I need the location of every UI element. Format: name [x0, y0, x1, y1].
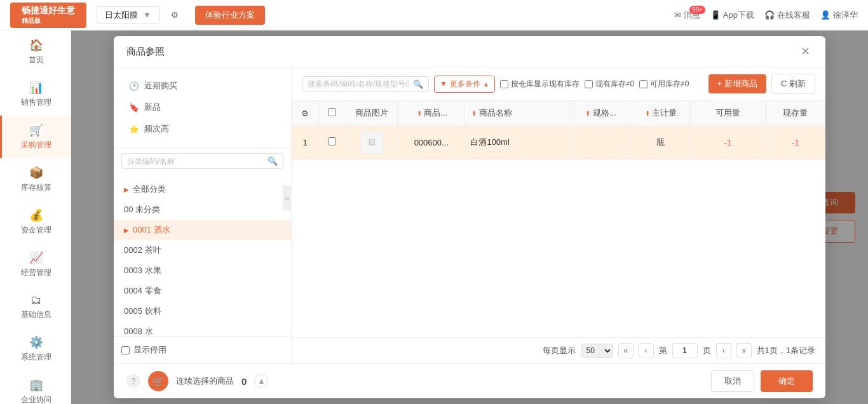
sidebar-item-home[interactable]: 🏠 首页: [0, 30, 71, 73]
continuous-label: 连续选择的商品: [176, 375, 234, 387]
sidebar-item-inventory[interactable]: 📦 库存核算: [0, 158, 71, 201]
select-all-checkbox[interactable]: [328, 108, 336, 116]
col-spec-header[interactable]: ⬆ 规格...: [570, 101, 630, 126]
product-search-icon[interactable]: 🔍: [413, 79, 423, 89]
show-disabled-checkbox[interactable]: [121, 346, 130, 354]
row-checkbox[interactable]: [328, 137, 336, 145]
sidebar-label-operation: 经营管理: [21, 267, 51, 278]
refresh-button[interactable]: C 刷新: [771, 74, 815, 94]
sidebar-item-sales[interactable]: 📊 销售管理: [0, 73, 71, 116]
category-item-0004[interactable]: 0004 零食: [114, 281, 291, 301]
category-item-00[interactable]: 00 未分类: [114, 199, 291, 220]
category-label-00: 00 未分类: [124, 204, 160, 215]
quick-nav: 🕐 近期购买 🔖 新品 ⭐ 频次高: [121, 75, 283, 140]
sidebar-item-operation[interactable]: 📈 经营管理: [0, 243, 71, 286]
category-item-0001[interactable]: ▶ 0001 酒水: [114, 220, 291, 240]
category-search-icon[interactable]: 🔍: [268, 156, 278, 166]
modal-title: 商品参照: [126, 46, 165, 58]
navbar: 畅捷通好生意 精品版 日太阳膜 ▼ ⚙ 体验行业方案 ✉ 消息 99+ 📱 Ap…: [0, 0, 868, 30]
user-name: 徐泽华: [833, 10, 858, 21]
modal-close-button[interactable]: ✕: [797, 44, 813, 59]
messages-button[interactable]: ✉ 消息 99+: [674, 10, 700, 21]
category-label-0008: 0008 水: [124, 326, 153, 336]
service-label: 在线客服: [777, 10, 810, 21]
category-item-0005[interactable]: 0005 饮料: [114, 301, 291, 321]
modal-body: 🕐 近期购买 🔖 新品 ⭐ 频次高: [114, 67, 825, 363]
checkbox-warehouse-stock[interactable]: 按仓库显示现有库存: [500, 79, 580, 90]
filter-icon: ▼: [440, 79, 447, 88]
col-unit-header[interactable]: ⬆ 主计量: [630, 101, 691, 126]
category-item-all[interactable]: ▶ 全部分类: [114, 179, 291, 199]
navbar-right: ✉ 消息 99+ 📱 App下载 🎧 在线客服 👤 徐泽华: [674, 10, 858, 21]
product-search-input[interactable]: [308, 79, 409, 88]
category-item-0002[interactable]: 0002 茶叶: [114, 240, 291, 260]
sidebar-item-system[interactable]: ⚙️ 系统管理: [0, 328, 71, 370]
category-label-0005: 0005 饮料: [124, 306, 161, 317]
sidebar-label-enterprise: 企业协同: [21, 394, 51, 404]
sidebar-item-finance[interactable]: 💰 资金管理: [0, 201, 71, 243]
app-logo: 畅捷通好生意 精品版: [10, 3, 86, 28]
col-settings[interactable]: ⚙: [292, 101, 319, 126]
page-label: 第: [659, 345, 667, 356]
col-name-header[interactable]: ⬆ 商品名称: [465, 101, 570, 126]
home-icon: 🏠: [29, 38, 43, 52]
cancel-button[interactable]: 取消: [711, 370, 754, 392]
quick-nav-recent[interactable]: 🕐 近期购买: [121, 75, 283, 97]
sort-icon-spec: ⬆: [585, 110, 590, 117]
filter-more-button[interactable]: ▼ 更多条件 ▲: [434, 76, 495, 93]
continuous-count: 0: [241, 376, 247, 387]
col-avail-header: 可用量: [690, 101, 765, 126]
category-item-0008[interactable]: 0008 水: [114, 321, 291, 336]
checkbox-avail-label: 可用库存≠0: [650, 79, 689, 90]
modal-header: 商品参照 ✕: [114, 36, 825, 67]
sidebar-label-inventory: 库存核算: [21, 182, 51, 193]
page-number-input[interactable]: [672, 343, 698, 358]
add-product-button[interactable]: + 新增商品: [709, 74, 766, 93]
modal-footer: ? 🛒 连续选择的商品 0 ▲ 取消 确定: [114, 363, 825, 398]
page-size-select[interactable]: 50 10 20 100: [581, 344, 613, 358]
pagination-bar: 每页显示 50 10 20 100 « ‹ 第 页: [292, 337, 825, 363]
quick-nav-frequent[interactable]: ⭐ 频次高: [121, 118, 283, 140]
checkbox-current-stock[interactable]: 现有库存≠0: [585, 79, 634, 90]
cart-icon[interactable]: 🛒: [148, 371, 168, 391]
category-label-0004: 0004 零食: [124, 285, 161, 297]
collapse-panel-button[interactable]: ‹‹: [283, 185, 292, 211]
show-disabled-section: 显示停用: [114, 336, 291, 363]
help-icon[interactable]: ?: [126, 374, 140, 388]
frequent-label: 频次高: [144, 123, 169, 135]
checkbox-avail-stock[interactable]: 可用库存≠0: [639, 79, 689, 90]
first-page-button[interactable]: «: [618, 343, 634, 358]
last-page-button[interactable]: »: [736, 343, 752, 358]
category-search-input[interactable]: [127, 157, 264, 166]
sidebar: 🏠 首页 📊 销售管理 🛒 采购管理 📦 库存核算 💰 资金管理 📈 经营管理 …: [0, 30, 71, 404]
next-page-button[interactable]: ›: [716, 343, 731, 358]
col-code-header[interactable]: ⬆ 商品...: [398, 101, 465, 126]
row-img: 🖼: [346, 126, 398, 159]
settings-icon[interactable]: ⚙: [165, 5, 185, 25]
modal-right-panel: 🔍 ▼ 更多条件 ▲ 按仓库显示现有库存: [292, 67, 825, 363]
collapse-footer-button[interactable]: ▲: [254, 374, 268, 388]
confirm-button[interactable]: 确定: [761, 370, 813, 392]
company-dropdown[interactable]: 日太阳膜 ▼: [97, 6, 159, 24]
product-table-wrap: ⚙ 商品图片 ⬆: [292, 101, 825, 337]
show-disabled-label[interactable]: 显示停用: [133, 344, 166, 356]
logo-line1: 畅捷通好生意: [22, 5, 75, 17]
product-search-bar: 🔍: [302, 76, 429, 92]
user-avatar[interactable]: 👤 徐泽华: [820, 10, 858, 21]
table-row[interactable]: 1 🖼 000600... 白酒100ml: [292, 126, 825, 159]
app-download-button[interactable]: 📱 App下载: [710, 10, 754, 21]
new-label: 新品: [144, 102, 161, 113]
sidebar-item-basic[interactable]: 🗂 基础信息: [0, 286, 71, 328]
sidebar-label-purchase: 采购管理: [21, 140, 51, 151]
filter-label: 更多条件: [450, 79, 480, 90]
category-item-0003[interactable]: 0003 水果: [114, 260, 291, 281]
sidebar-item-enterprise[interactable]: 🏢 企业协同: [0, 370, 71, 404]
app-label: App下载: [723, 10, 754, 21]
expand-icon-all: ▶: [124, 186, 129, 193]
sidebar-item-purchase[interactable]: 🛒 采购管理: [0, 116, 71, 158]
quick-nav-new[interactable]: 🔖 新品: [121, 97, 283, 118]
row-check[interactable]: [319, 126, 346, 159]
experience-button[interactable]: 体验行业方案: [195, 6, 265, 25]
service-button[interactable]: 🎧 在线客服: [764, 10, 810, 21]
prev-page-button[interactable]: ‹: [639, 343, 654, 358]
